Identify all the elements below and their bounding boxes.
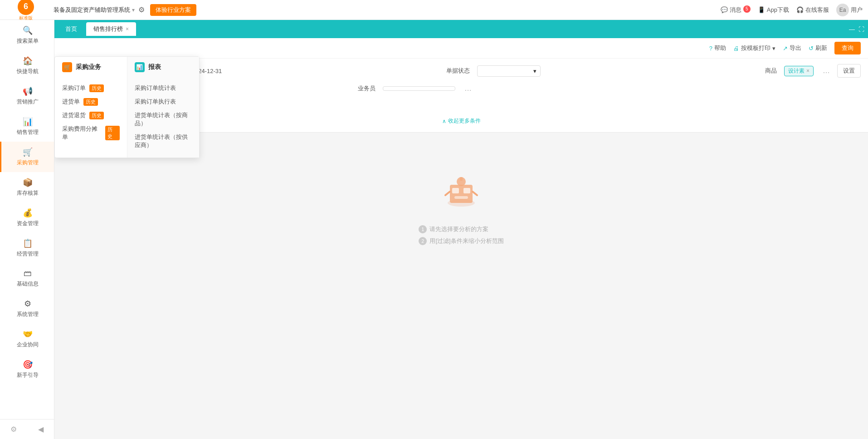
avatar: Ea — [836, 4, 849, 16]
search-icon: 🔍 — [23, 25, 33, 35]
sidebar-collapse-btn[interactable]: ◀ — [34, 423, 47, 435]
basic-info-icon: 🗃 — [24, 269, 32, 278]
headset-icon: 🎧 — [796, 6, 804, 13]
empty-illustration — [439, 169, 484, 214]
tab-close-icon[interactable]: × — [126, 26, 129, 32]
dropdown-purchase-col: 🛒 采购业务 采购订单 历史 进货单 历史 进货退货 历史 — [55, 57, 127, 158]
history-badge-1: 历史 — [83, 98, 98, 106]
query-button[interactable]: 查询 — [834, 42, 861, 54]
export-btn[interactable]: ↗ 导出 — [783, 44, 801, 52]
help-btn[interactable]: ? 帮助 — [709, 44, 726, 52]
dropdown-report-header: 📊 报表 — [135, 62, 192, 76]
sidebar-item-basic-info[interactable]: 🗃 基础信息 — [0, 263, 54, 293]
svg-line-7 — [445, 192, 450, 195]
goods-more-btn[interactable]: … — [823, 67, 830, 75]
dropdown-item-purchase-exec[interactable]: 采购订单执行表 — [135, 95, 192, 109]
message-btn[interactable]: 💬 消息 5 — [721, 6, 751, 14]
sidebar: 🔍 搜索菜单 🏠 快捷导航 📢 营销推广 📊 销售管理 🛒 采购管理 📦 库存核… — [0, 20, 54, 439]
status-input[interactable]: ▾ — [477, 65, 541, 77]
system-name: 装备及固定资产辅助管理系统 — [54, 6, 130, 14]
refresh-btn[interactable]: ↺ 刷新 — [809, 44, 827, 52]
message-icon: 💬 — [721, 6, 728, 13]
sidebar-item-sales[interactable]: 📊 销售管理 — [0, 111, 54, 142]
system-dropdown-icon[interactable]: ▾ — [132, 7, 135, 13]
industry-button[interactable]: 体验行业方案 — [150, 4, 196, 16]
logo: 6 标准版 — [5, 0, 46, 21]
sidebar-item-search-menu[interactable]: 🔍 搜索菜单 — [0, 20, 54, 50]
topbar-right: 💬 消息 5 📱 App下载 🎧 在线客服 Ea 用户 — [721, 4, 863, 16]
svg-rect-1 — [450, 185, 473, 203]
sidebar-item-purchase[interactable]: 🛒 采购管理 — [0, 142, 54, 172]
goods-tag-close[interactable]: × — [806, 68, 809, 74]
svg-rect-3 — [463, 188, 470, 193]
salesman-more-btn[interactable]: … — [464, 84, 472, 93]
dropdown-item-stock-by-goods[interactable]: 进货单统计表（按商品） — [135, 109, 192, 130]
dropdown-item-purchase-order[interactable]: 采购订单 历史 — [62, 81, 120, 95]
dropdown-item-purchase-expense[interactable]: 采购费用分摊单 历史 — [62, 122, 120, 144]
marketing-icon: 📢 — [23, 86, 33, 96]
dropdown-item-stock-in[interactable]: 进货单 历史 — [62, 95, 120, 109]
dropdown-item-stock-by-supplier[interactable]: 进货单统计表（按供应商） — [135, 130, 192, 152]
tab-bar: 首页 销售排行榜 × — ⛶ — [54, 20, 868, 38]
history-badge-2: 历史 — [89, 112, 104, 119]
gear-icon[interactable]: ⚙ — [138, 5, 145, 14]
tab-home[interactable]: 首页 — [58, 22, 84, 36]
svg-rect-6 — [460, 177, 463, 181]
history-badge-0: 历史 — [89, 84, 104, 92]
salesman-input[interactable] — [383, 86, 455, 91]
svg-rect-4 — [454, 196, 468, 199]
step-num-2: 2 — [419, 237, 427, 245]
sidebar-settings-btn[interactable]: ⚙ — [7, 423, 20, 435]
page-content: 🛒 采购业务 采购订单 历史 进货单 历史 进货退货 历史 — [54, 38, 868, 439]
print-icon: 🖨 — [733, 45, 739, 52]
purchase-icon: 🛒 — [23, 147, 33, 157]
svg-rect-2 — [452, 188, 459, 193]
goods-tag: 设计素 × — [784, 66, 814, 76]
user-btn[interactable]: Ea 用户 — [836, 4, 863, 16]
tab-active[interactable]: 销售排行榜 × — [86, 22, 136, 36]
settings-button[interactable]: 设置 — [837, 64, 861, 78]
dropdown-item-stock-return[interactable]: 进货退货 历史 — [62, 109, 120, 122]
logo-icon: 6 — [18, 0, 34, 15]
sidebar-item-system[interactable]: ⚙ 系统管理 — [0, 293, 54, 324]
status-label: 单据状态 — [446, 67, 470, 75]
refresh-icon: ↺ — [809, 45, 814, 52]
online-service-btn[interactable]: 🎧 在线客服 — [796, 6, 829, 14]
sidebar-item-operations[interactable]: 📋 经营管理 — [0, 233, 54, 263]
purchase-header-icon: 🛒 — [62, 62, 72, 72]
print-btn[interactable]: 🖨 按模板打印 ▾ — [733, 44, 775, 52]
finance-icon: 💰 — [23, 208, 33, 218]
history-badge-3: 历史 — [105, 126, 119, 140]
svg-line-8 — [473, 192, 477, 195]
empty-step-2: 2 用[过滤]条件来缩小分析范围 — [419, 235, 503, 247]
dropdown-item-purchase-stat[interactable]: 采购订单统计表 — [135, 81, 192, 95]
home-icon: 🏠 — [23, 56, 33, 66]
topbar: 6 标准版 装备及固定资产辅助管理系统 ▾ ⚙ 体验行业方案 💬 消息 5 📱 … — [0, 0, 868, 20]
app-download-btn[interactable]: 📱 App下载 — [758, 6, 789, 14]
dropdown-purchase-header: 🛒 采购业务 — [62, 62, 120, 76]
export-icon: ↗ — [783, 45, 788, 52]
report-header-icon: 📊 — [135, 62, 145, 72]
sidebar-item-cooperation[interactable]: 🤝 企业协同 — [0, 324, 54, 354]
empty-tips: 1 请先选择要分析的方案 2 用[过滤]条件来缩小分析范围 — [419, 223, 503, 247]
help-icon: ? — [709, 45, 712, 52]
sidebar-item-inventory[interactable]: 📦 库存核算 — [0, 172, 54, 202]
print-dropdown-icon: ▾ — [772, 45, 775, 52]
filter-top-toolbar: ? 帮助 🖨 按模板打印 ▾ ↗ 导出 ↺ — [54, 38, 868, 59]
sidebar-item-marketing[interactable]: 📢 营销推广 — [0, 81, 54, 111]
content-area: 首页 销售排行榜 × — ⛶ 🛒 采购业务 — [54, 20, 868, 439]
tab-minimize-icon[interactable]: — — [849, 26, 855, 33]
status-dropdown-icon: ▾ — [533, 68, 536, 74]
tab-expand-icon[interactable]: ⛶ — [858, 26, 864, 33]
sidebar-item-guide[interactable]: 🎯 新手引导 — [0, 354, 54, 385]
operations-icon: 📋 — [23, 238, 33, 248]
goods-label: 商品 — [765, 67, 777, 75]
collapse-up-icon: ∧ — [442, 118, 446, 124]
sidebar-item-finance[interactable]: 💰 资金管理 — [0, 202, 54, 233]
phone-icon: 📱 — [758, 6, 765, 13]
sidebar-item-quick-nav[interactable]: 🏠 快捷导航 — [0, 50, 54, 81]
tab-bar-right: — ⛶ — [849, 26, 864, 33]
empty-step-1: 1 请先选择要分析的方案 — [419, 223, 503, 235]
dropdown-menu: 🛒 采购业务 采购订单 历史 进货单 历史 进货退货 历史 — [54, 56, 200, 158]
inventory-icon: 📦 — [23, 178, 33, 187]
